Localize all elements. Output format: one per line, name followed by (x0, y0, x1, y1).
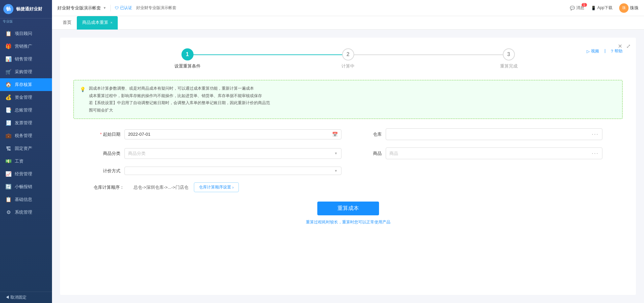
info-icon: 💡 (80, 85, 86, 114)
sidebar-item-inventory[interactable]: 🏠 库存核算 (0, 78, 52, 91)
sidebar-item-label: 系统管理 (15, 209, 32, 215)
sidebar-item-marketing[interactable]: 🎁 营销推广 (0, 40, 52, 53)
info-box: 💡 因成本计算参数调整、或是对商品成本有疑问时，可以通过成本重算功能，重新计算一… (73, 80, 623, 119)
calendar-icon[interactable]: 📅 (332, 132, 338, 137)
inventory-icon: 🏠 (5, 82, 11, 88)
sidebar-item-salary[interactable]: 💵 工资 (0, 155, 52, 168)
app-logo-icon: 畅 (3, 4, 13, 14)
sidebar-item-label: 资金管理 (15, 94, 32, 100)
app-edition: 专业版 (0, 18, 52, 26)
product-label: 商品 (355, 150, 382, 157)
step-2-label: 计算中 (341, 63, 355, 69)
topbar-account-full-name: 好业财专业版演示帐套 (136, 5, 176, 11)
message-badge: 1 (582, 3, 587, 7)
salary-icon: 💵 (5, 158, 11, 164)
finance-icon: 💰 (5, 94, 11, 100)
content-card: ✕ ⤢ ▷ 视频 | ? 帮助 1 设置重算条件 (60, 38, 636, 295)
pricing-field: 计价方式 ▼ (94, 167, 341, 175)
category-dropdown-icon: ▼ (334, 152, 338, 155)
expand-button[interactable]: ⤢ (626, 43, 631, 49)
tabbar: 首页 商品成本重算 × (52, 16, 644, 30)
warehouse-input[interactable]: ··· (386, 128, 603, 140)
expense-icon: 🔄 (5, 184, 11, 190)
content-area: ✕ ⤢ ▷ 视频 | ? 帮助 1 设置重算条件 (52, 30, 644, 303)
form-row-3: 计价方式 ▼ (94, 167, 602, 175)
product-input[interactable]: 商品 ··· (386, 147, 603, 159)
sidebar-item-expense[interactable]: 🔄 小畅报销 (0, 180, 52, 193)
product-field: 商品 商品 ··· (355, 147, 603, 159)
sidebar-item-system[interactable]: ⚙ 系统管理 (0, 206, 52, 219)
category-placeholder: 商品分类 (128, 150, 146, 157)
sidebar-item-accounting[interactable]: 📑 总账管理 (0, 104, 52, 117)
message-icon: 💬 (570, 6, 575, 10)
tax-icon: 💼 (5, 133, 11, 139)
form-row-2: 商品分类 商品分类 ▼ 商品 商品 ··· (94, 147, 602, 159)
sidebar-item-sales[interactable]: 📊 销售管理 (0, 53, 52, 66)
sidebar-item-invoice[interactable]: 🧾 发票管理 (0, 117, 52, 129)
recalc-button[interactable]: 重算成本 (317, 202, 379, 215)
pricing-dropdown-icon: ▼ (334, 169, 338, 173)
sidebar-item-purchase[interactable]: 🛒 采购管理 (0, 66, 52, 78)
sales-icon: 📊 (5, 56, 11, 62)
sidebar-item-basic[interactable]: 📋 基础信息 (0, 193, 52, 206)
account-dropdown-icon: ▼ (103, 6, 106, 10)
sidebar-item-tax[interactable]: 💼 税务管理 (0, 129, 52, 142)
sidebar-item-label: 库存核算 (15, 82, 32, 88)
category-select[interactable]: 商品分类 ▼ (124, 148, 341, 159)
verified-badge: 🛡 已认证 (115, 5, 132, 11)
warehouse-more-icon[interactable]: ··· (592, 131, 599, 138)
warehouse-order-settings-button[interactable]: 仓库计算顺序设置 › (194, 182, 239, 192)
message-button[interactable]: 💬 消息 1 (570, 5, 584, 11)
account-selector[interactable]: 好业财专业版演示帐套 ▼ (57, 5, 106, 11)
user-profile[interactable]: 珠 珠珠 (619, 3, 639, 13)
sidebar-unpin-button[interactable]: ◀ 取消固定 (0, 292, 52, 303)
tab-home[interactable]: 首页 (57, 16, 77, 30)
sidebar-item-label: 发票管理 (15, 120, 32, 126)
invoice-icon: 🧾 (5, 120, 11, 126)
sidebar-item-label: 项目顾问 (15, 31, 32, 37)
recalc-section: 重算成本 重算过程耗时较长，重算时您可以正常使用产品 (73, 202, 623, 225)
sidebar-item-finance[interactable]: 💰 资金管理 (0, 91, 52, 104)
divider (110, 5, 111, 11)
step-3: 3 重算完成 (428, 48, 589, 69)
main-area: 好业财专业版演示帐套 ▼ 🛡 已认证 好业财专业版演示帐套 💬 消息 1 📱 A… (52, 0, 644, 303)
sidebar-item-label: 小畅报销 (15, 184, 32, 190)
sidebar-item-label: 营销推广 (15, 43, 32, 49)
sidebar-item-label: 基础信息 (15, 197, 32, 203)
topbar: 好业财专业版演示帐套 ▼ 🛡 已认证 好业财专业版演示帐套 💬 消息 1 📱 A… (52, 0, 644, 16)
sidebar-item-label: 工资 (15, 158, 23, 164)
sidebar-item-assets[interactable]: 🏗 固定资产 (0, 142, 52, 155)
sidebar: 畅 畅捷通好业财 专业版 📋 项目顾问 🎁 营销推广 📊 销售管理 🛒 采购管理… (0, 0, 52, 303)
form-row-1: * 起始日期 2022-07-01 📅 仓库 ··· (94, 128, 602, 140)
warehouse-order-label: 仓库计算顺序： (94, 184, 124, 190)
step-1-circle: 1 (181, 48, 194, 60)
step-2: 2 计算中 (268, 48, 428, 69)
sidebar-item-operation[interactable]: 📈 经营管理 (0, 168, 52, 180)
product-more-icon[interactable]: ··· (592, 150, 599, 157)
sidebar-item-project[interactable]: 📋 项目顾问 (0, 27, 52, 40)
basic-icon: 📋 (5, 197, 11, 203)
operation-icon: 📈 (5, 171, 11, 177)
app-download-button[interactable]: 📱 App下载 (591, 5, 612, 11)
tab-close-icon[interactable]: × (110, 20, 112, 25)
purchase-icon: 🛒 (5, 69, 11, 75)
marketing-icon: 🎁 (5, 43, 11, 49)
warehouse-label: 仓库 (355, 131, 382, 137)
category-label: 商品分类 (94, 150, 120, 157)
sidebar-item-label: 税务管理 (15, 133, 32, 139)
system-icon: ⚙ (5, 209, 11, 215)
start-date-input[interactable]: 2022-07-01 📅 (124, 129, 341, 139)
sidebar-item-label: 总账管理 (15, 107, 32, 113)
tab-home-label: 首页 (63, 19, 71, 26)
arrow-right-icon: › (232, 185, 234, 190)
warehouse-field: 仓库 ··· (355, 128, 603, 140)
phone-icon: 📱 (591, 6, 596, 10)
pricing-label: 计价方式 (94, 168, 120, 174)
tab-recalc-label: 商品成本重算 (82, 19, 108, 26)
tab-recalc[interactable]: 商品成本重算 × (77, 16, 118, 30)
sidebar-item-label: 固定资产 (15, 145, 32, 152)
project-icon: 📋 (5, 31, 11, 37)
pricing-select[interactable]: ▼ (124, 167, 341, 175)
step-3-circle: 3 (503, 48, 515, 60)
warehouse-order-value: 总仓->深圳仓库->...->门店仓 (133, 184, 189, 190)
